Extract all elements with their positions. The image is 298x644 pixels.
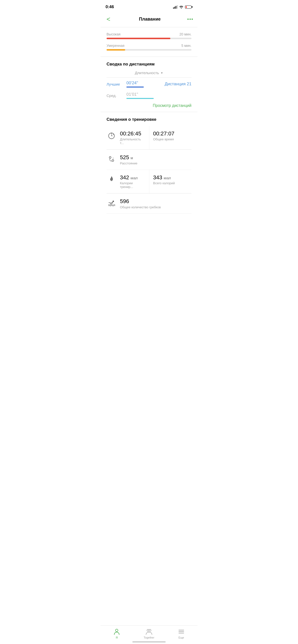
distance-section: Сводка по дистанциям Длительность ▼ Лучш… <box>101 57 197 112</box>
total-time-value: 00:27:07 <box>153 130 192 137</box>
strokes-desc: Общее количество гребков <box>120 205 192 209</box>
training-item-strokes: 596 Общее количество гребков <box>106 194 192 214</box>
training-row-3: 342 ккал Калории тренир... 343 ккал Всег… <box>106 170 192 194</box>
tab-me[interactable]: Я <box>101 628 133 639</box>
best-label: Лучшие <box>106 82 126 86</box>
calories-training-info: 342 ккал Калории тренир... <box>120 174 145 189</box>
home-indicator <box>132 641 166 642</box>
avg-bar <box>126 98 154 99</box>
distance-value: 525 м <box>120 154 192 161</box>
distance-section-title: Сводка по дистанциям <box>106 62 192 67</box>
avg-stat-row: Сред. 01'01" <box>106 92 192 99</box>
calories-training-desc: Калории тренир... <box>120 181 145 189</box>
intensity-section: Высокая 20 мин. Умеренная 5 мин. <box>101 27 197 57</box>
distance-stats: Лучшие 00'24" Дистанция 21 Сред. 01'01" <box>106 80 192 99</box>
best-bar <box>126 86 144 88</box>
page-title: Плавание <box>139 16 161 22</box>
calories-training-value: 342 ккал <box>120 174 145 181</box>
duration-desc: Длительность т... <box>120 138 145 145</box>
dropdown-arrow-icon: ▼ <box>161 72 163 74</box>
distance-divider <box>106 77 192 78</box>
more-menu-icon <box>178 628 185 635</box>
strokes-value: 596 <box>120 198 192 204</box>
training-item-total-time: 00:27:07 Общее время <box>149 126 192 150</box>
duration-value: 00:26:45 <box>120 130 145 137</box>
view-distances-button[interactable]: Просмотр дистанций <box>106 104 192 112</box>
avg-value-block: 01'01" <box>126 92 192 99</box>
duration-dropdown[interactable]: Длительность ▼ <box>135 71 163 75</box>
tab-together[interactable]: Together <box>133 628 165 639</box>
me-icon <box>113 628 120 635</box>
training-item-duration: 00:26:45 Длительность т... <box>106 126 149 150</box>
strokes-info: 596 Общее количество гребков <box>120 198 192 209</box>
tab-me-label: Я <box>116 636 118 639</box>
training-section-title: Сведения о тренировке <box>106 117 192 122</box>
best-stat-row: Лучшие 00'24" Дистанция 21 <box>106 80 192 88</box>
moderate-intensity-bar-fill <box>106 49 125 50</box>
best-value: 00'24" <box>126 80 159 86</box>
best-distance: Дистанция 21 <box>159 82 192 86</box>
distance-desc: Расстояние <box>120 162 192 165</box>
more-button[interactable]: ••• <box>187 16 194 22</box>
svg-point-4 <box>115 629 118 632</box>
battery-icon <box>185 6 193 9</box>
high-intensity-bar-bg <box>106 38 192 39</box>
avg-value: 01'01" <box>126 92 192 97</box>
together-icon <box>145 628 153 635</box>
moderate-intensity-label: Умеренная <box>106 44 124 48</box>
calories-total-desc: Всего калорий <box>153 181 192 185</box>
moderate-intensity-bar-bg <box>106 49 192 50</box>
status-bar: 0:46 <box>101 0 197 12</box>
swim-icon <box>106 198 116 208</box>
training-item-distance: 525 м Расстояние <box>106 150 192 170</box>
moderate-intensity-row: Умеренная 5 мин. <box>106 44 192 50</box>
training-item-calories-total: 343 ккал Всего калорий <box>149 170 192 194</box>
calories-total-value: 343 ккал <box>153 174 192 181</box>
total-time-desc: Общее время <box>153 138 192 141</box>
svg-point-2 <box>112 160 114 162</box>
high-intensity-label: Высокая <box>106 32 120 36</box>
svg-point-1 <box>109 157 111 158</box>
duration-info: 00:26:45 Длительность т... <box>120 130 145 145</box>
flame-icon <box>106 174 116 184</box>
dropdown-row: Длительность ▼ <box>106 71 192 75</box>
high-intensity-value: 20 мин. <box>179 32 192 36</box>
tab-more-label: Еще <box>179 636 184 639</box>
total-time-info: 00:27:07 Общее время <box>153 130 192 141</box>
distance-icon <box>106 154 116 164</box>
best-value-block: 00'24" <box>126 80 159 88</box>
distance-info: 525 м Расстояние <box>120 154 192 165</box>
training-section: Сведения о тренировке 00:26:45 Длительно… <box>101 112 197 219</box>
back-button[interactable]: < <box>104 14 112 24</box>
status-time: 0:46 <box>105 4 114 10</box>
calories-total-info: 343 ккал Всего калорий <box>153 174 192 185</box>
svg-point-5 <box>147 629 149 631</box>
training-item-calories-training: 342 ккал Калории тренир... <box>106 170 149 194</box>
high-intensity-bar-fill <box>106 38 170 39</box>
dropdown-label: Длительность <box>135 71 159 75</box>
nav-bar: < Плавание ••• <box>101 12 197 27</box>
status-icons <box>173 5 193 9</box>
avg-label: Сред. <box>106 94 126 98</box>
wifi-icon <box>179 5 184 9</box>
stopwatch-icon <box>106 130 116 140</box>
signal-bars-icon <box>173 5 178 9</box>
svg-point-6 <box>149 629 151 631</box>
training-row-1: 00:26:45 Длительность т... 00:27:07 Обще… <box>106 126 192 150</box>
tab-together-label: Together <box>144 636 155 639</box>
moderate-intensity-value: 5 мин. <box>181 44 192 48</box>
high-intensity-row: Высокая 20 мин. <box>106 32 192 39</box>
tab-more[interactable]: Еще <box>165 628 197 639</box>
